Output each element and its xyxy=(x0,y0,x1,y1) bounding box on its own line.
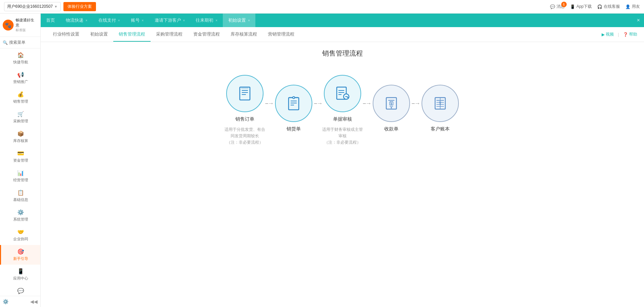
sub-tab-sales-flow-label: 销售管理流程 xyxy=(119,31,145,37)
sub-tabs-bar: 行业特性设置 初始设置 销售管理流程 采购管理流程 资金管理流程 库存核算流程 xyxy=(41,27,644,42)
tab-invite[interactable]: 邀请下游客户 × xyxy=(149,14,191,27)
system-icon: ⚙️ xyxy=(17,209,24,216)
close-all-tabs[interactable]: × xyxy=(633,17,644,23)
sidebar-item-collab[interactable]: 🤝 企业协同 xyxy=(0,225,40,245)
sidebar-item-newbie[interactable]: 🎯 新手引导 xyxy=(0,245,40,265)
app-center-icon: 📱 xyxy=(17,268,24,274)
customer-ledger-circle[interactable]: ¥ xyxy=(422,85,459,122)
sales-delivery-label: 销货单 xyxy=(287,126,301,132)
sidebar-item-label: 基础信息 xyxy=(13,197,28,202)
message-badge: 6 xyxy=(561,2,567,7)
sidebar-item-sales[interactable]: 💰 销售管理 xyxy=(0,88,40,107)
sub-tab-marketing-flow[interactable]: 营销管理流程 xyxy=(262,27,300,42)
sidebar-item-weixin[interactable]: 💬 企业微信 xyxy=(0,284,40,296)
app-download-item[interactable]: 📱 App下载 xyxy=(570,4,592,9)
sales-order-icon xyxy=(236,85,253,102)
doc-review-label: 单据审核 xyxy=(333,116,352,122)
sidebar-item-label: 企业协同 xyxy=(13,237,28,242)
service-icon: 🎧 xyxy=(597,4,602,9)
sidebar-item-system[interactable]: ⚙️ 系统管理 xyxy=(0,206,40,225)
sidebar-nav: 🏠 快捷导航 📢 营销推广 💰 销售管理 🛒 采购管理 📦 库存核算 💳 xyxy=(0,48,40,296)
sidebar-search[interactable]: 🔍 搜索菜单 xyxy=(0,37,40,48)
sidebar-item-marketing[interactable]: 📢 营销推广 xyxy=(0,68,40,88)
tab-invite-label: 邀请下游客户 xyxy=(155,17,181,23)
message-item[interactable]: 💬 消息 6 xyxy=(550,4,565,9)
tab-payment-close[interactable]: × xyxy=(118,19,120,22)
tab-logistics-label: 物流快递 xyxy=(66,17,83,23)
sidebar-item-label: 应用中心 xyxy=(13,276,28,281)
customer-ledger-icon: ¥ xyxy=(432,95,449,112)
sidebar-item-inventory[interactable]: 📦 库存核算 xyxy=(0,127,40,147)
tab-account[interactable]: 账号 × xyxy=(125,14,149,27)
sub-tabs: 行业特性设置 初始设置 销售管理流程 采购管理流程 资金管理流程 库存核算流程 xyxy=(47,27,300,42)
tab-period-label: 往来期初 xyxy=(196,17,213,23)
sidebar-item-app-center[interactable]: 📱 应用中心 xyxy=(0,265,40,284)
tab-init-settings-close[interactable]: × xyxy=(248,19,250,22)
tab-invite-close[interactable]: × xyxy=(183,19,185,22)
tab-init-settings[interactable]: 初始设置 × xyxy=(223,14,255,27)
page-content: 销售管理流程 销售订单 适用于分批发货、有合同 xyxy=(41,42,644,307)
sidebar-item-label: 新手引导 xyxy=(13,256,28,261)
sidebar-item-finance[interactable]: 💳 资金管理 xyxy=(0,147,40,166)
sidebar-item-base-info[interactable]: 📋 基础信息 xyxy=(0,186,40,206)
svg-point-19 xyxy=(391,107,392,108)
help-item[interactable]: ❓ 帮助 xyxy=(623,32,637,37)
sales-icon: 💰 xyxy=(17,91,24,98)
sub-tab-purchase-flow[interactable]: 采购管理流程 xyxy=(151,27,188,42)
settings-bottom-icon[interactable]: ⚙️ xyxy=(3,299,8,304)
doc-review-desc: 适用于财务审核或主管审核（注：非必要流程） xyxy=(320,126,365,146)
message-icon: 💬 xyxy=(550,4,555,9)
video-icon: ▶ xyxy=(602,32,605,37)
sidebar-item-label: 资金管理 xyxy=(13,158,28,163)
sub-tab-finance-flow-label: 资金管理流程 xyxy=(193,31,220,37)
collapse-icon[interactable]: ◀◀ xyxy=(30,299,38,304)
top-bar-right: 💬 消息 6 📱 App下载 🎧 在线客服 👤 用友 xyxy=(550,4,640,9)
flow-item-sales-order: 销售订单 适用于分批发货、有合同发货周期较长（注：非必要流程） xyxy=(221,75,269,146)
collab-icon: 🤝 xyxy=(17,229,24,235)
sidebar-item-quick-nav[interactable]: 🏠 快捷导航 xyxy=(0,48,40,68)
video-help-item[interactable]: ▶ 视频 xyxy=(602,32,614,37)
base-info-icon: 📋 xyxy=(17,189,24,196)
receipt-circle[interactable]: ¥ xyxy=(373,85,410,122)
tab-logistics-close[interactable]: × xyxy=(85,19,87,22)
sidebar-item-label: 系统管理 xyxy=(13,217,28,222)
sub-tab-industry[interactable]: 行业特性设置 xyxy=(47,27,85,42)
search-label: 搜索菜单 xyxy=(9,40,25,45)
sub-tab-finance-flow[interactable]: 资金管理流程 xyxy=(188,27,225,42)
doc-review-icon xyxy=(334,85,351,102)
top-bar-left: 用户690企业1660120507 ▼ 体验行业方案 xyxy=(4,2,96,11)
tab-account-close[interactable]: × xyxy=(142,19,144,22)
sales-order-circle[interactable] xyxy=(226,75,264,112)
tab-home[interactable]: 首页 xyxy=(41,14,60,27)
flow-item-sales-delivery: 销货单 xyxy=(270,85,317,136)
user-select[interactable]: 用户690企业1660120507 ▼ xyxy=(4,2,61,11)
sidebar-item-purchase[interactable]: 🛒 采购管理 xyxy=(0,107,40,127)
trial-button[interactable]: 体验行业方案 xyxy=(63,2,96,11)
service-label: 在线客服 xyxy=(604,4,620,9)
weixin-icon: 💬 xyxy=(17,288,24,294)
sales-delivery-circle[interactable] xyxy=(275,85,312,122)
app-icon: 📱 xyxy=(570,4,575,9)
logo-line1: 畅捷通好生意 xyxy=(16,18,38,28)
sub-tab-sales-flow[interactable]: 销售管理流程 xyxy=(113,27,151,42)
svg-point-9 xyxy=(293,97,295,99)
svg-rect-4 xyxy=(241,87,249,89)
sub-tab-inventory-flow[interactable]: 库存核算流程 xyxy=(225,27,262,42)
service-item[interactable]: 🎧 在线客服 xyxy=(597,4,620,9)
user-account-item[interactable]: 👤 用友 xyxy=(625,4,640,9)
sidebar-item-operations[interactable]: 📊 经营管理 xyxy=(0,166,40,186)
sidebar-item-label: 库存核算 xyxy=(13,138,28,143)
app-label: App下载 xyxy=(577,4,592,9)
sidebar-bottom: ⚙️ ◀◀ xyxy=(0,296,40,307)
sub-tab-init[interactable]: 初始设置 xyxy=(85,27,113,42)
flow-item-customer-ledger: ¥ 客户账本 xyxy=(416,85,464,136)
logo-icon: 🐾 xyxy=(3,20,14,30)
main-layout: 🐾 畅捷通好生意 标准版 🔍 搜索菜单 🏠 快捷导航 📢 营销推广 💰 销售管理 xyxy=(0,14,644,307)
doc-review-circle[interactable] xyxy=(324,75,361,112)
tab-payment[interactable]: 在线支付 × xyxy=(93,14,125,27)
search-icon: 🔍 xyxy=(3,40,8,45)
tab-period-close[interactable]: × xyxy=(215,19,217,22)
tab-logistics[interactable]: 物流快递 × xyxy=(60,14,93,27)
tab-period[interactable]: 往来期初 × xyxy=(190,14,223,27)
sub-tab-purchase-flow-label: 采购管理流程 xyxy=(156,31,182,37)
